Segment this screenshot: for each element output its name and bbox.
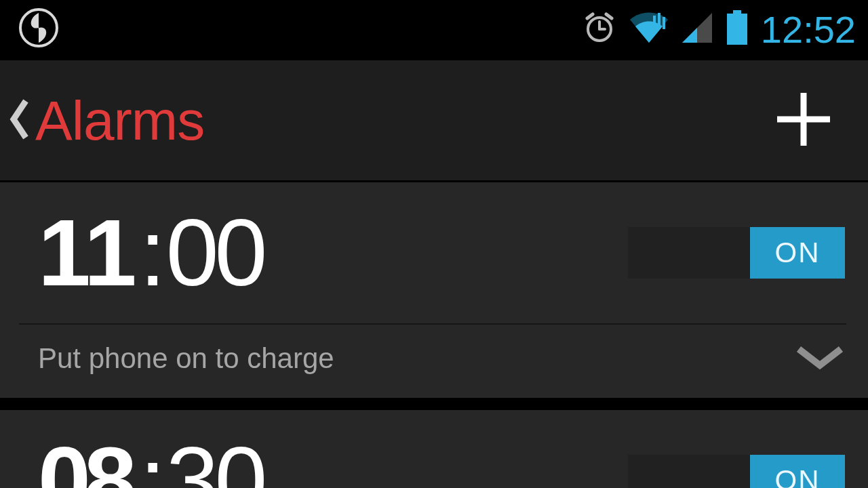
alarm-minute: 30 <box>166 427 264 488</box>
alarm-clock-icon <box>582 10 617 48</box>
chevron-down-icon[interactable] <box>795 344 845 373</box>
app-header: Alarms <box>0 58 868 180</box>
alarm-item[interactable]: 08:30 ON <box>0 410 868 488</box>
back-icon[interactable] <box>7 96 31 146</box>
status-bar-right: 12:52 <box>582 7 856 52</box>
alarm-time[interactable]: 08:30 <box>38 433 263 488</box>
alarm-item[interactable]: 11:00 ON Put phone on to charge <box>0 180 868 398</box>
page-title[interactable]: Alarms <box>35 89 204 152</box>
wifi-icon <box>629 12 669 47</box>
add-alarm-button[interactable] <box>774 90 833 151</box>
alarm-toggle[interactable]: ON <box>628 227 845 279</box>
status-bar-clock: 12:52 <box>761 7 856 52</box>
toggle-track <box>628 227 750 279</box>
svg-rect-6 <box>733 10 741 14</box>
toggle-knob-on: ON <box>750 455 845 488</box>
svg-line-5 <box>606 14 612 18</box>
divider <box>19 323 846 325</box>
alarm-label[interactable]: Put phone on to charge <box>38 342 334 375</box>
alarm-minute: 00 <box>166 199 264 306</box>
snapdragon-icon <box>19 8 58 50</box>
alarm-hour: 08 <box>38 427 130 488</box>
toggle-knob-on: ON <box>750 227 845 279</box>
toggle-track <box>628 455 750 488</box>
status-bar-left <box>19 8 58 50</box>
battery-icon <box>726 10 749 48</box>
status-bar: 12:52 <box>0 0 868 58</box>
alarm-list: 11:00 ON Put phone on to charge 08:30 <box>0 180 868 488</box>
alarm-hour: 11 <box>38 199 130 306</box>
cell-signal-icon <box>681 12 713 47</box>
svg-rect-7 <box>727 14 747 45</box>
svg-line-4 <box>587 14 593 18</box>
alarm-time[interactable]: 11:00 <box>38 205 263 300</box>
alarm-toggle[interactable]: ON <box>628 455 845 488</box>
